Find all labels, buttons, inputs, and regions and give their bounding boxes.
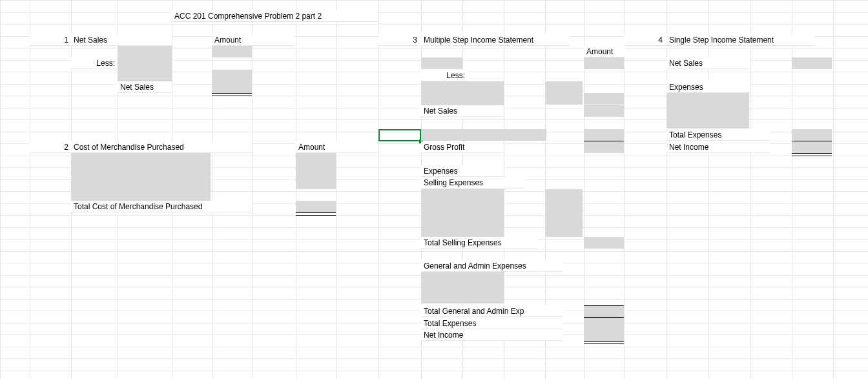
s3-net-income-label: Net Income xyxy=(421,329,563,341)
s3-net-sales-label: Net Sales xyxy=(421,105,504,117)
section-2-number: 2 xyxy=(30,141,71,153)
s3-total-exp-amount[interactable] xyxy=(584,318,624,329)
s3-selling-exp-label: Selling Expenses xyxy=(421,177,524,189)
s4-net-sales-label: Net Sales xyxy=(666,57,750,69)
section-3-title: Multiple Step Income Statement xyxy=(421,34,570,46)
s2-items-box[interactable] xyxy=(71,153,211,201)
s3-total-selling-label: Total Selling Expenses xyxy=(421,237,537,249)
s1-double-underline xyxy=(212,93,252,96)
s3-cogs-row[interactable] xyxy=(421,129,546,141)
section-2-title: Cost of Merchandise Purchased xyxy=(71,141,252,153)
s2-total-label: Total Cost of Merchandise Purchased xyxy=(71,201,252,212)
s3-less-amt1[interactable] xyxy=(545,81,583,93)
s2-amounts-box[interactable] xyxy=(296,153,336,189)
page-title: ACC 201 Comprehensive Problem 2 part 2 xyxy=(172,10,378,22)
s3-double-underline-ni xyxy=(584,341,624,344)
s3-selling-exp-items[interactable] xyxy=(421,189,504,237)
s3-ga-items[interactable] xyxy=(421,272,504,303)
s4-net-sales-amount[interactable] xyxy=(792,57,832,69)
s3-less-total[interactable] xyxy=(584,93,624,105)
s4-total-exp-amount[interactable] xyxy=(792,129,832,141)
section-1-amount-header: Amount xyxy=(212,34,294,46)
s3-net-sales-amount[interactable] xyxy=(584,105,624,117)
s1-net-sales-label: Net Sales xyxy=(118,81,172,93)
spreadsheet[interactable]: // generated below by small script after… xyxy=(0,0,868,379)
s3-selling-exp-amts[interactable] xyxy=(545,189,583,237)
s3-underline-ga-top xyxy=(584,305,624,306)
s3-gross-amount[interactable] xyxy=(584,57,624,69)
s3-total-exp-label: Total Expenses xyxy=(421,318,563,329)
s1-netsales-amount[interactable] xyxy=(212,81,252,93)
s4-double-underline-ni xyxy=(792,153,832,156)
s4-expenses-label: Expenses xyxy=(666,81,750,93)
s2-total-amount[interactable] xyxy=(296,201,336,212)
s3-less-amt2[interactable] xyxy=(545,93,583,105)
s1-less-items-box[interactable] xyxy=(118,57,172,81)
s3-less-items[interactable] xyxy=(421,81,504,105)
active-cell-selection xyxy=(378,129,421,141)
s3-total-selling-amount[interactable] xyxy=(584,237,624,249)
s4-expenses-items[interactable] xyxy=(666,93,749,128)
s3-ga-exp-label: General and Admin Expenses xyxy=(421,260,563,272)
section-4-title: Single Step Income Statement xyxy=(666,34,815,46)
s3-total-ga-label: Total General and Admin Exp xyxy=(421,305,563,317)
s3-total-ga-amount[interactable] xyxy=(584,305,624,317)
s3-cogs-amount[interactable] xyxy=(584,129,624,141)
s3-net-income-amount[interactable] xyxy=(584,329,624,341)
section-3-amount-header: Amount xyxy=(584,46,625,57)
section-2-amount-header: Amount xyxy=(296,141,378,153)
section-1-number: 1 xyxy=(30,34,71,46)
s3-expenses-label: Expenses xyxy=(421,165,504,177)
s2-double-underline xyxy=(296,212,336,216)
s3-gross-sales-input[interactable] xyxy=(421,57,462,69)
s3-less-label: Less: xyxy=(421,70,468,81)
s1-less-amount[interactable] xyxy=(212,70,252,81)
s4-net-income-label: Net Income xyxy=(666,141,770,153)
s4-net-income-amount[interactable] xyxy=(792,141,832,153)
section-3-number: 3 xyxy=(378,34,420,46)
s1-gross-sales-input[interactable] xyxy=(118,46,172,57)
s1-amount-gross[interactable] xyxy=(212,46,252,57)
s3-gross-profit-amount[interactable] xyxy=(584,141,624,153)
section-1-title: Net Sales xyxy=(71,34,172,46)
section-4-number: 4 xyxy=(624,34,665,46)
s4-total-exp-label: Total Expenses xyxy=(666,129,770,141)
s3-gross-profit-label: Gross Profit xyxy=(421,141,504,153)
s1-less-label: Less: xyxy=(71,57,118,69)
